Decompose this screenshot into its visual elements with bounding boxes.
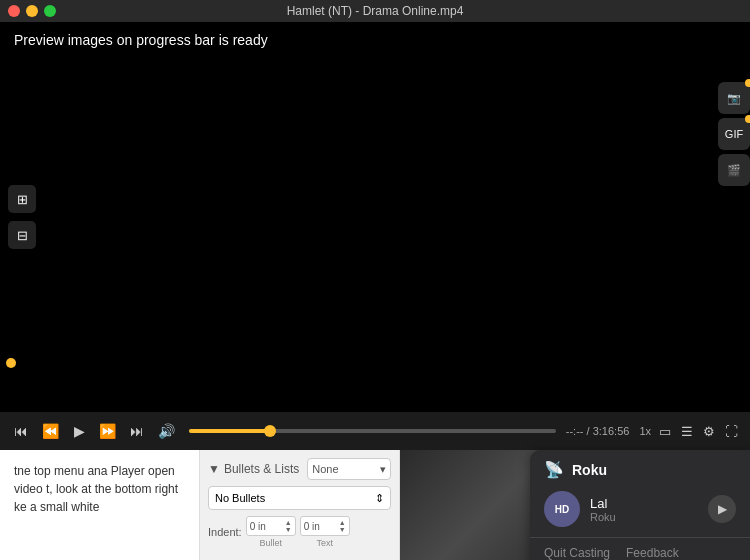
text-stepper[interactable]: ▲ ▼ [339, 519, 346, 533]
gif-badge [745, 115, 750, 123]
subtitles-button[interactable]: ⊟ [8, 221, 36, 249]
roku-device-row: HD Lal Roku ▶ [530, 487, 750, 537]
section-collapse-icon[interactable]: ▼ [208, 462, 220, 476]
bottom-panel: tne top menu ana Player open video t, lo… [0, 450, 750, 560]
text-indent-group: 0 in ▲ ▼ Text [300, 516, 350, 548]
text-indent-field[interactable]: 0 in ▲ ▼ [300, 516, 350, 536]
chevron-down-icon: ▾ [380, 463, 386, 476]
indent-row: Indent: 0 in ▲ ▼ Bullet 0 in ▲ ▼ [208, 516, 391, 548]
bullets-value: None [312, 463, 338, 475]
progress-dot [6, 358, 16, 368]
bullet-indent-field[interactable]: 0 in ▲ ▼ [246, 516, 296, 536]
bullets-section-header: ▼ Bullets & Lists None ▾ [208, 458, 391, 480]
video-area: Preview images on progress bar is ready … [0, 22, 750, 412]
window-title: Hamlet (NT) - Drama Online.mp4 [287, 4, 464, 18]
volume-button[interactable]: 🔊 [154, 421, 179, 441]
roku-avatar: HD [544, 491, 580, 527]
roku-device-name: Lal [590, 496, 698, 511]
maximize-button[interactable] [44, 5, 56, 17]
video-clip-icon: 🎬 [727, 164, 741, 177]
skip-forward-button[interactable]: ⏭ [126, 421, 148, 441]
subtitles-icon: ⊟ [17, 228, 28, 243]
gif-button[interactable]: GIF [718, 118, 750, 150]
roku-actions: Quit Casting Feedback [530, 538, 750, 560]
bullet-stepper[interactable]: ▲ ▼ [285, 519, 292, 533]
progress-fill [189, 429, 270, 433]
skip-back-button[interactable]: ⏮ [10, 421, 32, 441]
roku-icon: 📡 [544, 460, 564, 479]
video-thumbnail [400, 450, 550, 560]
stepper-up-icon[interactable]: ▲ [285, 519, 292, 526]
step-back-button[interactable]: ⏪ [38, 421, 63, 441]
skip-back-icon: ⏮ [14, 423, 28, 439]
feedback-button[interactable]: Feedback [626, 546, 679, 560]
fullscreen-icon: ⛶ [725, 424, 738, 439]
progress-thumb [264, 425, 276, 437]
fullscreen-button[interactable]: ⛶ [723, 422, 740, 441]
play-icon: ▶ [74, 423, 85, 439]
chapters-list-icon: ☰ [681, 424, 693, 439]
roku-title: Roku [572, 462, 607, 478]
title-bar: Hamlet (NT) - Drama Online.mp4 [0, 0, 750, 22]
volume-icon: 🔊 [158, 423, 175, 439]
play-button[interactable]: ▶ [69, 421, 89, 441]
step-forward-icon: ⏩ [99, 423, 116, 439]
settings-icon: ⚙ [703, 424, 715, 439]
chapters-list-button[interactable]: ☰ [679, 422, 695, 441]
close-button[interactable] [8, 5, 20, 17]
bullets-dropdown[interactable]: None ▾ [307, 458, 391, 480]
chapters-button[interactable]: ⊞ [8, 185, 36, 213]
screenshot-icon: 📷 [727, 92, 741, 105]
roku-device-info: Lal Roku [590, 496, 698, 523]
thumbnail-image [400, 450, 550, 560]
format-panel: ▼ Bullets & Lists None ▾ No Bullets ⇕ In… [200, 450, 400, 560]
section-label: Bullets & Lists [224, 462, 299, 476]
minimize-button[interactable] [26, 5, 38, 17]
subtitles-toggle-button[interactable]: ▭ [657, 422, 673, 441]
no-bullets-select[interactable]: No Bullets ⇕ [208, 486, 391, 510]
side-toolbar: 📷 GIF 🎬 [718, 82, 750, 186]
text-panel-content: tne top menu ana Player open video t, lo… [14, 464, 178, 514]
stepper-down-icon[interactable]: ▼ [285, 526, 292, 533]
progress-bar[interactable] [189, 429, 556, 433]
text-stepper-up-icon[interactable]: ▲ [339, 519, 346, 526]
roku-popup: 📡 Roku HD Lal Roku ▶ Quit Casting Feedba… [530, 450, 750, 560]
roku-device-sub: Roku [590, 511, 698, 523]
time-display: --:-- / 3:16:56 [566, 425, 630, 437]
settings-button[interactable]: ⚙ [701, 422, 717, 441]
roku-header: 📡 Roku [530, 450, 750, 487]
text-stepper-down-icon[interactable]: ▼ [339, 526, 346, 533]
left-toolbar: ⊞ ⊟ [8, 185, 36, 249]
skip-forward-icon: ⏭ [130, 423, 144, 439]
text-panel: tne top menu ana Player open video t, lo… [0, 450, 200, 560]
bullet-indent-value: 0 in [250, 521, 266, 532]
select-chevron-icon: ⇕ [375, 492, 384, 505]
avatar-text: HD [555, 504, 569, 515]
chapters-icon: ⊞ [17, 192, 28, 207]
traffic-lights [8, 5, 56, 17]
text-sub-label: Text [316, 538, 333, 548]
preview-text: Preview images on progress bar is ready [0, 22, 750, 58]
quit-casting-button[interactable]: Quit Casting [544, 546, 610, 560]
bullet-indent-group: 0 in ▲ ▼ Bullet [246, 516, 296, 548]
gif-label: GIF [725, 128, 743, 140]
no-bullets-label: No Bullets [215, 492, 265, 504]
subtitles-toggle-icon: ▭ [659, 424, 671, 439]
step-back-icon: ⏪ [42, 423, 59, 439]
screenshot-badge [745, 79, 750, 87]
text-indent-value: 0 in [304, 521, 320, 532]
step-forward-button[interactable]: ⏩ [95, 421, 120, 441]
bullet-sub-label: Bullet [259, 538, 282, 548]
video-clip-button[interactable]: 🎬 [718, 154, 750, 186]
roku-device-play-icon: ▶ [718, 502, 727, 516]
indent-label: Indent: [208, 526, 242, 538]
screenshot-button[interactable]: 📷 [718, 82, 750, 114]
roku-device-action-button[interactable]: ▶ [708, 495, 736, 523]
controls-bar: ⏮ ⏪ ▶ ⏩ ⏭ 🔊 --:-- / 3:16:56 1x ▭ ☰ ⚙ ⛶ [0, 412, 750, 450]
speed-button[interactable]: 1x [639, 425, 651, 437]
